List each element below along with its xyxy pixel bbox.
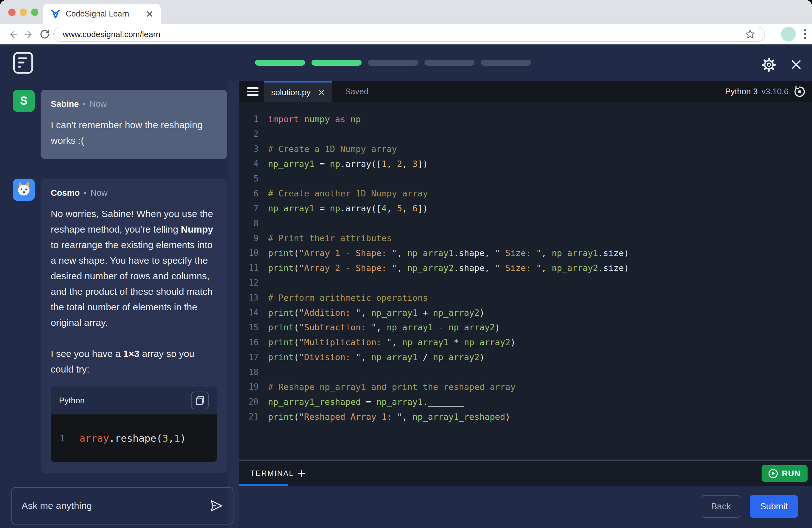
line-content: print("Division: ", np_array1 / np_array… — [268, 352, 485, 362]
editor-tab-solution[interactable]: solution.py — [264, 81, 332, 102]
tab-close-icon[interactable] — [146, 10, 153, 18]
line-content: np_array1 = np.array([4, 5, 6]) — [268, 203, 428, 213]
code-token: , — [387, 203, 397, 213]
code-token: Addition: — [304, 308, 356, 318]
window-minimize-button[interactable] — [20, 9, 27, 16]
forward-icon[interactable] — [23, 28, 35, 40]
message-time: Now — [90, 187, 107, 198]
code-token: " — [387, 337, 392, 347]
code-token: print — [268, 248, 294, 258]
editor-tab-close-icon[interactable] — [318, 89, 325, 96]
line-content: print("Subtraction: ", np_array1 - np_ar… — [268, 323, 500, 332]
progress-segment — [368, 60, 418, 66]
code-token: Subtraction: — [304, 323, 371, 332]
address-bar[interactable]: www.codesignal.com/learn — [53, 27, 765, 42]
code-token: np_array2 — [449, 323, 495, 332]
code-token: ) — [480, 308, 485, 318]
code-line: 8 — [239, 216, 812, 231]
progress-segment — [424, 60, 475, 66]
close-lesson-button[interactable] — [788, 57, 804, 72]
line-number: 15 — [239, 323, 259, 332]
code-token: " — [299, 308, 304, 318]
line-number: 12 — [239, 278, 259, 287]
code-line: 19# Reshape np_array1 and print the resh… — [239, 380, 812, 395]
code-line: 4np_array1 = np.array([1, 2, 3]) — [239, 156, 812, 171]
browser-profile-avatar[interactable] — [781, 27, 796, 42]
code-token: ( — [294, 337, 299, 347]
chat-input-container[interactable] — [11, 487, 233, 525]
history-reset-icon — [792, 84, 807, 99]
code-token: " — [299, 263, 304, 273]
code-token: # Print their attributes — [268, 233, 392, 243]
code-token: , — [387, 159, 397, 169]
browser-tab-title: CodeSignal Learn — [66, 9, 129, 18]
submit-button[interactable]: Submit — [750, 495, 798, 518]
code-token: np_array2 — [552, 263, 598, 273]
code-token: np_array1 — [268, 159, 314, 169]
chat-input[interactable] — [21, 500, 209, 511]
window-zoom-button[interactable] — [31, 9, 38, 16]
line-number: 3 — [239, 144, 259, 154]
code-token: ( — [294, 308, 299, 318]
code-token: 3 — [162, 432, 169, 444]
back-icon[interactable] — [7, 28, 19, 40]
code-token: .reshape( — [109, 432, 162, 444]
code-token: ) — [480, 352, 485, 362]
line-number: 1 — [239, 114, 259, 124]
bookmark-star-icon[interactable] — [745, 29, 756, 40]
line-content: # Print their attributes — [268, 233, 392, 243]
code-token: print — [268, 308, 294, 318]
code-line: 21print("Reshaped Array 1: ", np_array1_… — [239, 409, 812, 424]
runtime-name: Python 3 — [725, 87, 758, 97]
line-number: 19 — [239, 382, 259, 391]
code-snippet-line-number: 1 — [60, 431, 65, 446]
code-lines[interactable]: 1import numpy as np23# Create a 1D Numpy… — [239, 102, 812, 460]
runtime-version: v3.10.6 — [762, 87, 788, 97]
code-token: ) — [505, 412, 510, 422]
code-token: ( — [294, 248, 299, 258]
reset-code-button[interactable] — [792, 84, 807, 99]
code-token: , — [397, 263, 407, 273]
code-token: np_array1_reshaped — [412, 412, 505, 422]
add-terminal-tab-icon[interactable]: + — [292, 461, 311, 486]
browser-tab[interactable]: CodeSignal Learn — [43, 4, 161, 24]
reload-icon[interactable] — [39, 28, 51, 40]
code-token: np_array2 — [433, 308, 479, 318]
chat-panel: SSabine•NowI can’t remember how the resh… — [0, 81, 239, 528]
message-bubble: Sabine•NowI can’t remember how the resha… — [41, 90, 227, 159]
code-token: " — [495, 263, 500, 273]
message-text: 1×3 — [124, 348, 140, 359]
corgi-face — [18, 185, 29, 196]
line-number: 20 — [239, 397, 259, 406]
settings-button[interactable] — [761, 57, 777, 72]
code-token: .array([ — [340, 203, 381, 213]
line-content: import numpy as np — [268, 114, 361, 124]
window-controls — [8, 9, 38, 16]
line-number: 10 — [239, 248, 259, 258]
line-content: np_array1_reshaped = np_array1._______ — [268, 397, 464, 407]
lesson-outline-icon[interactable] — [13, 52, 33, 74]
send-button[interactable] — [209, 499, 223, 513]
copy-button[interactable] — [191, 391, 209, 409]
browser-menu-icon[interactable] — [804, 33, 806, 35]
code-token: Array 2 - Shape: — [304, 263, 392, 273]
lesson-header — [0, 44, 812, 81]
file-menu-icon[interactable] — [246, 86, 259, 97]
code-token: , — [402, 159, 413, 169]
window-close-button[interactable] — [8, 9, 16, 16]
code-token: np_array2 — [433, 352, 479, 362]
line-content: np_array1 = np.array([1, 2, 3]) — [268, 159, 428, 169]
line-number: 6 — [239, 189, 259, 198]
chat-message: SSabine•NowI can’t remember how the resh… — [13, 90, 227, 159]
code-token: ]) — [417, 159, 428, 169]
code-token: 2 — [397, 159, 402, 169]
code-token: ( — [294, 263, 299, 273]
message-text: Numpy — [181, 224, 213, 234]
code-token: .shape, — [453, 263, 495, 273]
code-token: " — [495, 248, 500, 258]
back-button[interactable]: Back — [701, 495, 740, 518]
gear-icon — [761, 57, 777, 72]
run-button[interactable]: RUN — [762, 465, 808, 482]
message-author: Cosmo — [51, 187, 80, 198]
code-token: Array 1 - Shape: — [304, 248, 392, 258]
